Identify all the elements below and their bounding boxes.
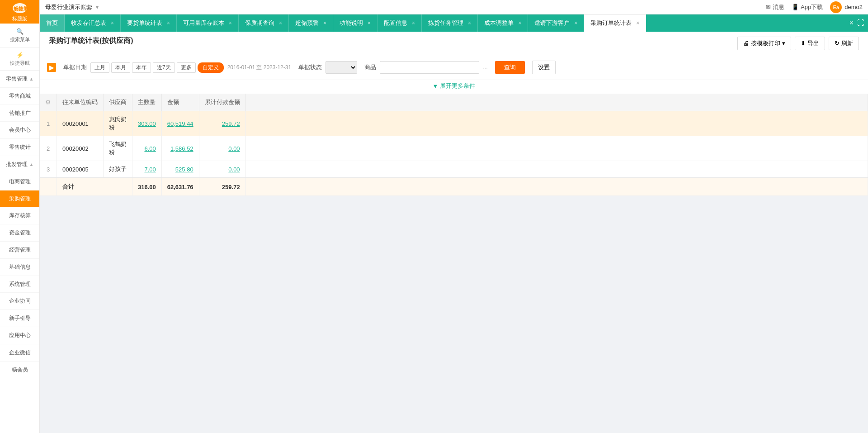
tab-close-tab6[interactable]: ×: [368, 20, 371, 26]
sidebar-item-12[interactable]: 系统管理: [0, 276, 39, 293]
tab-label-tab9: 成本调整单: [484, 19, 514, 27]
sidebar-item-2[interactable]: 营销推广: [0, 105, 39, 122]
expand-button[interactable]: ▼ 展开更多条件: [433, 82, 476, 90]
tab-close-tab10[interactable]: ×: [574, 20, 577, 26]
refresh-button[interactable]: ↻ 刷新: [829, 37, 859, 50]
row-paid: 0.00: [199, 136, 245, 161]
sidebar-item-4[interactable]: 零售统计: [0, 139, 39, 156]
tab-close-tab5[interactable]: ×: [323, 20, 326, 26]
tab-close-tab4[interactable]: ×: [279, 20, 282, 26]
date-btn-7days[interactable]: 近7天: [153, 62, 175, 73]
tab-home[interactable]: 首页: [40, 14, 65, 32]
maximize-button[interactable]: ⛶: [857, 19, 864, 27]
sidebar-item-14[interactable]: 新手引导: [0, 310, 39, 327]
row-paid: 0.00: [199, 161, 245, 178]
print-button[interactable]: 🖨 按模板打印 ▾: [737, 37, 791, 50]
tab-tab8[interactable]: 拣货任务管理×: [422, 14, 478, 32]
topbar-right: ✉ 消息 📱 App下载 Ea demo2: [766, 1, 863, 13]
row-qty: 303.00: [132, 111, 162, 136]
row-amount-link[interactable]: 60,519.44: [167, 120, 193, 127]
table-header-row: ⚙ 往来单位编码 供应商 主数量 金额 累计付款金额: [40, 94, 868, 111]
app-download-button[interactable]: 📱 App下载: [792, 3, 823, 11]
sidebar-item-17[interactable]: 畅会员: [0, 362, 39, 379]
tab-tab10[interactable]: 邀请下游客户×: [528, 14, 584, 32]
org-dropdown-icon[interactable]: ▾: [96, 4, 99, 10]
date-btn-last-month[interactable]: 上月: [90, 62, 109, 73]
footer-qty: 316.00: [132, 178, 162, 196]
row-no: 1: [40, 111, 57, 136]
tab-tab9[interactable]: 成本调整单×: [478, 14, 528, 32]
goods-input[interactable]: [380, 61, 479, 74]
sidebar-item-label-6: 电商管理: [9, 178, 31, 186]
sidebar-menu: 零售管理▲零售商城营销推广会员中心零售统计批发管理▲电商管理采购管理库存核算资金…: [0, 71, 39, 433]
sidebar-item-10[interactable]: 经营管理: [0, 242, 39, 259]
search-button[interactable]: 查询: [495, 61, 525, 74]
filter-section: ▶ 单据日期 上月 本月 本年 近7天 更多 自定义 2016-01-01 至 …: [40, 55, 868, 80]
date-btn-this-year[interactable]: 本年: [132, 62, 151, 73]
tab-label-tab6: 功能说明: [340, 19, 363, 27]
tab-label-tab4: 保质期查询: [245, 19, 274, 27]
row-paid: 259.72: [199, 111, 245, 136]
row-supplier: 好孩子: [104, 161, 132, 178]
filter-toggle-button[interactable]: ▶: [47, 63, 56, 72]
sidebar-item-8[interactable]: 库存核算: [0, 207, 39, 224]
tab-close-tab9[interactable]: ×: [518, 20, 521, 26]
sidebar-item-3[interactable]: 会员中心: [0, 122, 39, 139]
sidebar-item-label-3: 会员中心: [9, 126, 31, 134]
gear-icon[interactable]: ⚙: [45, 99, 51, 106]
sidebar-item-13[interactable]: 企业协同: [0, 293, 39, 310]
row-amount-link[interactable]: 1,586.52: [170, 145, 193, 152]
sidebar-item-label-10: 经营管理: [9, 246, 31, 254]
user-menu[interactable]: Ea demo2: [830, 1, 863, 13]
tab-tab11[interactable]: 采购订单统计表×: [584, 14, 646, 32]
settings-button[interactable]: 设置: [532, 61, 556, 74]
tab-tab3[interactable]: 可用量库存账本×: [177, 14, 239, 32]
tab-close-tab1[interactable]: ×: [111, 20, 114, 26]
sidebar-item-5[interactable]: 批发管理▲: [0, 156, 39, 173]
row-paid-link[interactable]: 0.00: [228, 145, 240, 152]
tab-tab7[interactable]: 配置信息×: [377, 14, 422, 32]
user-initials: Ea: [833, 5, 839, 10]
sidebar-item-1[interactable]: 零售商城: [0, 88, 39, 105]
message-button[interactable]: ✉ 消息: [766, 3, 784, 11]
sidebar-item-arrow-0: ▲: [29, 76, 34, 81]
status-select[interactable]: 全部 待审核 已审核: [326, 61, 357, 74]
sidebar-item-0[interactable]: 零售管理▲: [0, 71, 39, 88]
tab-tab1[interactable]: 收发存汇总表×: [65, 14, 121, 32]
tab-tab4[interactable]: 保质期查询×: [239, 14, 289, 32]
row-amount-link[interactable]: 525.80: [175, 166, 193, 173]
sidebar-quicknav[interactable]: ⚡ 快捷导航: [0, 48, 39, 71]
goods-more-icon[interactable]: ···: [483, 64, 488, 71]
export-button[interactable]: ⬇ 导出: [795, 37, 825, 50]
date-btn-custom[interactable]: 自定义: [198, 62, 224, 73]
row-qty-link[interactable]: 7.00: [144, 166, 156, 173]
tab-close-tab8[interactable]: ×: [468, 20, 471, 26]
sidebar-item-7[interactable]: 采购管理: [0, 190, 39, 208]
sidebar-item-label-8: 库存核算: [9, 212, 31, 219]
sidebar-item-arrow-5: ▲: [29, 162, 34, 167]
tab-close-tab7[interactable]: ×: [412, 20, 415, 26]
row-qty-link[interactable]: 6.00: [144, 145, 156, 152]
date-btn-more[interactable]: 更多: [177, 62, 196, 73]
row-qty-link[interactable]: 303.00: [138, 120, 156, 127]
tab-tab5[interactable]: 超储预警×: [289, 14, 333, 32]
tab-tab2[interactable]: 要货单统计表×: [121, 14, 177, 32]
sidebar-item-16[interactable]: 企业微信: [0, 344, 39, 362]
tab-close-tab2[interactable]: ×: [167, 20, 170, 26]
date-btn-this-month[interactable]: 本月: [111, 62, 130, 73]
row-paid-link[interactable]: 259.72: [222, 120, 240, 127]
tab-tab6[interactable]: 功能说明×: [333, 14, 377, 32]
tab-close-tab11[interactable]: ×: [636, 20, 639, 26]
close-all-tabs-button[interactable]: ×: [849, 19, 854, 27]
sidebar-item-9[interactable]: 资金管理: [0, 224, 39, 242]
sidebar-item-6[interactable]: 电商管理: [0, 173, 39, 190]
sidebar-item-label-7: 采购管理: [9, 195, 31, 203]
row-supplier: 飞鹤奶粉: [104, 136, 132, 161]
sidebar-search[interactable]: 🔍 搜索菜单: [0, 24, 39, 48]
sidebar-item-15[interactable]: 应用中心: [0, 327, 39, 344]
sidebar-item-11[interactable]: 基础信息: [0, 259, 39, 276]
row-paid-link[interactable]: 0.00: [228, 166, 240, 173]
status-filter: 单据状态 全部 待审核 已审核: [298, 61, 357, 74]
table-row: 1 00020001 惠氏奶粉 303.00 60,519.44 259.72: [40, 111, 868, 136]
tab-close-tab3[interactable]: ×: [229, 20, 232, 26]
